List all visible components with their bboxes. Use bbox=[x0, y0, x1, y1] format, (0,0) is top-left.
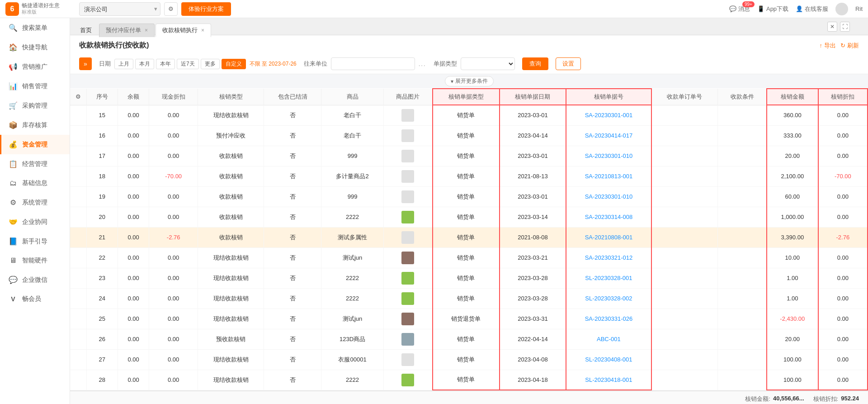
export-button[interactable]: ↑ 导出 bbox=[820, 42, 836, 50]
cell-voucher-type: 销货单 bbox=[433, 288, 500, 309]
sidebar-item-funds[interactable]: 💰 资金管理 bbox=[0, 135, 70, 154]
date-btn-this-year[interactable]: 本年 bbox=[156, 59, 175, 69]
cell-voucher-no[interactable]: SA-20230414-017 bbox=[566, 125, 651, 146]
sidebar-item-basics[interactable]: 🗂 基础信息 bbox=[0, 174, 70, 193]
cell-gear bbox=[70, 166, 86, 186]
cell-receipt-order bbox=[651, 309, 718, 329]
cell-voucher-type: 销货单 bbox=[433, 370, 500, 390]
sidebar-item-hardware[interactable]: 🖥 智能硬件 bbox=[0, 251, 70, 270]
sidebar-item-operations[interactable]: 📋 经营管理 bbox=[0, 154, 70, 174]
cell-voucher-no[interactable]: SA-20230301-010 bbox=[566, 186, 651, 207]
tab-close-prepay[interactable]: × bbox=[145, 27, 148, 33]
cell-balance: 0.00 bbox=[118, 309, 149, 329]
cell-voucher-no[interactable]: SL-20230328-001 bbox=[566, 268, 651, 288]
cell-voucher-no[interactable]: SA-20210808-001 bbox=[566, 227, 651, 247]
cell-voucher-no[interactable]: SA-20230314-008 bbox=[566, 207, 651, 227]
tab-prepay[interactable]: 预付冲应付单 × bbox=[99, 24, 155, 37]
maximize-window-button[interactable]: ⛶ bbox=[840, 22, 850, 32]
cell-voucher-no[interactable]: SA-20230301-010 bbox=[566, 146, 651, 166]
cell-gear bbox=[70, 227, 86, 247]
cell-voucher-no[interactable]: SL-20230418-001 bbox=[566, 370, 651, 390]
cell-cash-discount: -2.76 bbox=[149, 227, 198, 247]
cell-voucher-no[interactable]: ABC-001 bbox=[566, 329, 651, 349]
basics-icon: 🗂 bbox=[9, 179, 18, 187]
date-filter-group: 日期 上月 本月 本年 近7天 更多 自定义 不限 至 2023-07-26 bbox=[99, 59, 297, 69]
online-service-button[interactable]: 👤 在线客服 bbox=[796, 5, 828, 13]
cell-voucher-no[interactable]: SA-20230321-012 bbox=[566, 247, 651, 268]
cell-voucher-no[interactable]: SA-20230331-026 bbox=[566, 309, 651, 329]
app-download-button[interactable]: 📱 App下载 bbox=[757, 5, 788, 13]
date-btn-7days[interactable]: 近7天 bbox=[177, 59, 199, 69]
cell-cash-discount: 0.00 bbox=[149, 349, 198, 370]
total-verify-amount: 核销金额: 40,556,66... bbox=[745, 395, 804, 403]
cell-balance: 0.00 bbox=[118, 268, 149, 288]
sidebar-item-wechat[interactable]: 💬 企业微信 bbox=[0, 270, 70, 290]
sidebar-item-system[interactable]: ⚙ 系统管理 bbox=[0, 193, 70, 212]
th-gear[interactable]: ⚙ bbox=[70, 89, 86, 105]
cell-payment-terms bbox=[717, 125, 767, 146]
cell-no: 25 bbox=[86, 309, 118, 329]
refresh-button[interactable]: ↻ 刷新 bbox=[840, 42, 859, 50]
settings-button[interactable]: 设置 bbox=[556, 57, 581, 70]
cell-verify-amount: 20.00 bbox=[767, 146, 818, 166]
cell-balance: 0.00 bbox=[118, 146, 149, 166]
cell-voucher-no[interactable]: SA-20230301-001 bbox=[566, 105, 651, 125]
date-btn-this-month[interactable]: 本月 bbox=[135, 59, 154, 69]
tab-receipt[interactable]: 收款核销执行 × bbox=[156, 24, 211, 37]
expand-conditions-bar: ▾ 展开更多条件 bbox=[70, 74, 868, 88]
date-btn-more[interactable]: 更多 bbox=[201, 59, 220, 69]
receipt-type-select[interactable] bbox=[461, 57, 515, 70]
cell-verify-amount: -2,430.00 bbox=[767, 309, 818, 329]
sidebar-item-marketing[interactable]: 📢 营销推广 bbox=[0, 57, 70, 76]
cell-receipt-order bbox=[651, 105, 718, 125]
date-btn-last-month[interactable]: 上月 bbox=[114, 59, 133, 69]
cell-goods: 999 bbox=[321, 186, 384, 207]
th-verify-discount: 核销折扣 bbox=[818, 89, 868, 105]
user-avatar[interactable] bbox=[835, 3, 848, 15]
tab-window-controls: ✕ ⛶ bbox=[827, 18, 850, 35]
sidebar-item-newguide[interactable]: 📘 新手引导 bbox=[0, 232, 70, 251]
user-name: Rit bbox=[855, 5, 863, 12]
cell-no: 20 bbox=[86, 207, 118, 227]
cell-goods: 2222 bbox=[321, 288, 384, 309]
cell-voucher-no[interactable]: SL-20230328-002 bbox=[566, 288, 651, 309]
cell-cash-discount: 0.00 bbox=[149, 105, 198, 125]
industry-button[interactable]: 体验行业方案 bbox=[181, 2, 231, 16]
query-button[interactable]: 查询 bbox=[522, 57, 548, 70]
sidebar-item-search[interactable]: 🔍 搜索菜单 bbox=[0, 18, 70, 38]
cell-voucher-no[interactable]: SL-20230408-001 bbox=[566, 349, 651, 370]
table-row: 27 0.00 0.00 现结收款核销 否 衣服00001 销货单 2023-0… bbox=[70, 349, 868, 370]
tab-bar: 首页 预付冲应付单 × 收款核销执行 × ✕ ⛶ bbox=[70, 18, 868, 35]
sidebar-item-sales[interactable]: 📊 销售管理 bbox=[0, 76, 70, 96]
cell-included: 否 bbox=[264, 227, 321, 247]
close-window-button[interactable]: ✕ bbox=[827, 22, 837, 32]
filter-expand-button[interactable]: » bbox=[79, 57, 92, 70]
sidebar-item-quicknav[interactable]: 🏠 快捷导航 bbox=[0, 38, 70, 57]
cell-verify-type: 收款核销 bbox=[198, 166, 264, 186]
cell-payment-terms bbox=[717, 349, 767, 370]
logo-icon: 6 bbox=[5, 2, 19, 16]
cell-cash-discount: -70.00 bbox=[149, 166, 198, 186]
table-body: 15 0.00 0.00 现结收款核销 否 老白干 销货单 2023-03-01… bbox=[70, 105, 868, 390]
counterparty-input[interactable] bbox=[331, 57, 415, 70]
sidebar-item-member[interactable]: V 畅会员 bbox=[0, 290, 70, 309]
funds-icon: 💰 bbox=[9, 140, 18, 149]
notifications-button[interactable]: 💬 消息 99+ bbox=[729, 5, 750, 13]
sidebar-item-inventory[interactable]: 📦 库存核算 bbox=[0, 115, 70, 135]
gear-button[interactable]: ⚙ bbox=[164, 2, 178, 16]
cell-goods: 2222 bbox=[321, 268, 384, 288]
cell-voucher-no[interactable]: SA-20210813-001 bbox=[566, 166, 651, 186]
expand-conditions-button[interactable]: ▾ 展开更多条件 bbox=[445, 76, 494, 86]
cell-balance: 0.00 bbox=[118, 329, 149, 349]
date-btn-custom[interactable]: 自定义 bbox=[222, 59, 246, 69]
cell-verify-discount: -2.76 bbox=[818, 227, 868, 247]
tab-close-receipt[interactable]: × bbox=[201, 27, 204, 33]
goods-image bbox=[401, 231, 414, 244]
tab-home[interactable]: 首页 bbox=[74, 24, 98, 37]
wechat-icon: 💬 bbox=[9, 276, 18, 284]
cell-balance: 0.00 bbox=[118, 247, 149, 268]
th-goods-img: 商品图片 bbox=[383, 89, 433, 105]
sidebar-item-enterprise[interactable]: 🤝 企业协同 bbox=[0, 212, 70, 232]
sidebar-item-purchase[interactable]: 🛒 采购管理 bbox=[0, 96, 70, 115]
company-selector[interactable]: 演示公司 ▾ bbox=[79, 2, 160, 16]
